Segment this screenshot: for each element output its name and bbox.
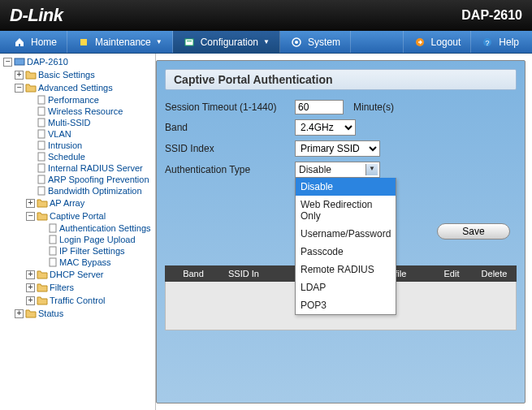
tree-status-label: Status	[38, 309, 63, 318]
chevron-down-icon: ▼	[156, 38, 162, 45]
folder-icon	[37, 295, 48, 306]
main-navbar: Home Maintenance ▼ Configuration ▼ Syste…	[0, 31, 532, 54]
folder-open-icon	[37, 210, 48, 222]
help-icon: ?	[481, 36, 494, 49]
tree-schedule[interactable]: Schedule	[24, 152, 154, 162]
svg-rect-13	[38, 141, 45, 149]
nav-home[interactable]: Home	[3, 31, 67, 53]
auth-option-disable[interactable]: Disable	[296, 178, 396, 196]
col-delete: Delete	[472, 269, 517, 278]
collapse-icon[interactable]: −	[26, 212, 35, 221]
folder-icon	[37, 282, 48, 293]
expand-icon[interactable]: +	[26, 283, 35, 292]
panel-title: Captive Portal Authentication	[165, 69, 517, 90]
nav-maintenance[interactable]: Maintenance ▼	[67, 31, 173, 53]
page-icon	[37, 129, 46, 139]
auth-type-dropdown: Disable Web Redirection Only Username/Pa…	[295, 178, 396, 315]
nav-help[interactable]: ? Help	[471, 31, 529, 53]
tree-intrusion[interactable]: Intrusion	[24, 140, 154, 150]
page-icon	[37, 152, 46, 162]
band-label: Band	[165, 122, 295, 133]
collapse-icon[interactable]: −	[3, 58, 12, 67]
tree-ap-array[interactable]: +AP Array	[24, 197, 154, 209]
tree-advanced-settings[interactable]: −Advanced Settings	[13, 82, 154, 93]
folder-icon	[25, 308, 37, 319]
chevron-down-icon: ▼	[263, 38, 270, 45]
nav-home-label: Home	[31, 37, 57, 48]
ssid-index-label: SSID Index	[165, 143, 295, 154]
auth-option-remote-radius[interactable]: Remote RADIUS	[296, 261, 396, 278]
collapse-icon[interactable]: −	[15, 84, 24, 93]
tree-root-label: DAP-2610	[27, 57, 68, 67]
tree-internal-radius[interactable]: Internal RADIUS Server	[24, 163, 154, 173]
page-header: D-Link DAP-2610	[0, 0, 532, 31]
expand-icon[interactable]: +	[26, 296, 35, 305]
svg-rect-16	[38, 175, 45, 183]
tree-cp-ipfilter[interactable]: IP Filter Settings	[36, 246, 154, 256]
expand-icon[interactable]: +	[26, 199, 35, 208]
tree-multi-ssid[interactable]: Multi-SSID	[24, 118, 154, 127]
nav-system[interactable]: System	[280, 31, 351, 53]
ssid-index-select[interactable]: Primary SSID	[295, 140, 380, 157]
session-timeout-label: Session Timeout (1-1440)	[165, 101, 295, 113]
configuration-icon	[183, 36, 196, 49]
session-timeout-input[interactable]	[295, 100, 344, 114]
svg-rect-14	[38, 153, 45, 161]
tree-vlan[interactable]: VLAN	[24, 129, 154, 139]
auth-type-select[interactable]: Disable	[295, 162, 380, 178]
svg-text:?: ?	[486, 39, 490, 47]
tree-traffic-control[interactable]: +Traffic Control	[24, 295, 154, 306]
tree-filters[interactable]: +Filters	[24, 282, 154, 293]
tree-captive-portal[interactable]: −Captive Portal	[24, 210, 154, 222]
expand-icon[interactable]: +	[15, 71, 24, 80]
auth-option-pop3[interactable]: POP3	[296, 296, 396, 314]
tree-root[interactable]: −DAP-2610	[2, 56, 154, 67]
folder-open-icon	[25, 82, 37, 93]
page-icon	[48, 235, 58, 244]
auth-type-label: Authentication Type	[165, 164, 295, 175]
tree-performance[interactable]: Performance	[24, 95, 154, 105]
tree-cp-macbypass[interactable]: MAC Bypass	[36, 257, 154, 267]
folder-icon	[37, 269, 48, 280]
svg-rect-17	[38, 187, 45, 195]
band-select[interactable]: 2.4GHz	[295, 119, 356, 136]
tree-basic-label: Basic Settings	[38, 70, 95, 80]
session-timeout-unit: Minute(s)	[353, 101, 394, 113]
tree-cp-login-upload[interactable]: Login Page Upload	[36, 235, 154, 244]
nav-maintenance-label: Maintenance	[95, 37, 151, 48]
save-button[interactable]: Save	[437, 223, 510, 240]
col-edit: Edit	[431, 269, 472, 278]
expand-icon[interactable]: +	[26, 270, 35, 279]
svg-rect-15	[38, 164, 45, 172]
svg-rect-11	[38, 119, 45, 127]
nav-system-label: System	[308, 37, 340, 48]
page-icon	[37, 175, 46, 184]
auth-option-passcode[interactable]: Passcode	[296, 243, 396, 261]
auth-option-ldap[interactable]: LDAP	[296, 278, 396, 296]
expand-icon[interactable]: +	[15, 309, 24, 318]
tree-status[interactable]: +Status	[13, 308, 154, 319]
tree-wireless-resource[interactable]: Wireless Resource	[24, 106, 154, 116]
nav-logout[interactable]: Logout	[404, 31, 472, 53]
nav-configuration[interactable]: Configuration ▼	[173, 31, 280, 53]
tree-bandwidth-opt[interactable]: Bandwidth Optimization	[24, 186, 154, 196]
nav-logout-label: Logout	[431, 37, 461, 48]
svg-rect-19	[50, 235, 56, 244]
device-icon	[14, 56, 25, 67]
folder-icon	[25, 69, 37, 80]
page-icon	[37, 95, 46, 105]
svg-rect-1	[185, 39, 193, 45]
tree-dhcp-server[interactable]: +DHCP Server	[24, 269, 154, 280]
tree-advanced-label: Advanced Settings	[38, 83, 113, 93]
tree-arp-spoofing[interactable]: ARP Spoofing Prevention	[24, 175, 154, 184]
auth-option-username-password[interactable]: Username/Password	[296, 225, 396, 243]
tree-basic-settings[interactable]: +Basic Settings	[13, 69, 154, 80]
page-icon	[48, 223, 58, 233]
auth-option-web-redirection[interactable]: Web Redirection Only	[296, 196, 396, 225]
logout-icon	[413, 36, 426, 49]
folder-icon	[37, 197, 48, 209]
tree-cp-auth-settings[interactable]: Authentication Settings	[36, 223, 154, 233]
page-icon	[37, 118, 46, 127]
nav-configuration-label: Configuration	[201, 37, 258, 48]
brand-logo: D-Link	[10, 5, 63, 26]
